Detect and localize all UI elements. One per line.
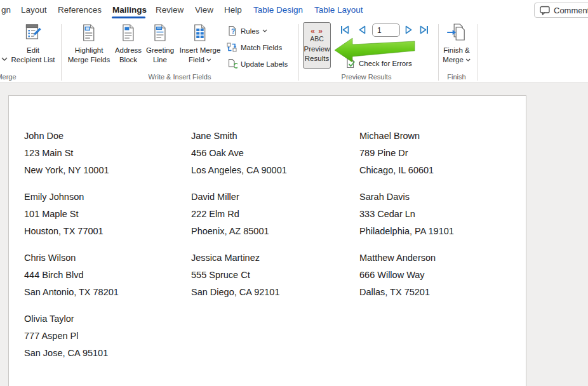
preview-results-label-line1: Preview	[304, 44, 330, 54]
rules-button[interactable]: ? Rules	[227, 25, 267, 36]
previous-record-button[interactable]	[357, 24, 368, 36]
recipient-street: 555 Spruce Ct	[191, 267, 350, 284]
recipient-city: Phoenix, AZ 85001	[191, 223, 350, 240]
insert-merge-field-label-line1: Insert Merge	[180, 46, 221, 55]
recipient-name: John Doe	[24, 128, 183, 145]
recipient-street: 123 Main St	[24, 145, 183, 162]
recipient-city: Chicago, IL 60601	[359, 162, 518, 179]
recipient-street: 456 Oak Ave	[191, 145, 350, 162]
recipient-city: New York, NY 10001	[24, 162, 183, 179]
greeting-line-label-line2: Line	[146, 55, 174, 65]
label-cell[interactable]: Jane Smith 456 Oak Ave Los Angeles, CA 9…	[191, 128, 350, 179]
svg-text:?: ?	[231, 28, 235, 35]
tab-table-layout[interactable]: Table Layout	[314, 0, 363, 19]
address-block-button[interactable]: Address Block	[115, 22, 142, 65]
comments-button[interactable]: Comments	[534, 3, 588, 18]
recipient-street: 101 Maple St	[24, 206, 183, 223]
recipient-name: Jane Smith	[191, 128, 350, 145]
greeting-line-button[interactable]: Greeting Line	[146, 22, 174, 65]
comments-label: Comments	[554, 6, 588, 15]
rules-icon: ?	[227, 25, 237, 36]
insert-merge-field-label-line2: Field	[189, 55, 204, 65]
insert-merge-field-button[interactable]: Insert Merge Field	[180, 22, 221, 65]
group-divider	[438, 24, 439, 81]
label-cell[interactable]: Matthew Anderson 666 Willow Way Dallas, …	[359, 250, 518, 301]
recipient-name: Michael Brown	[359, 128, 518, 145]
highlight-merge-fields-button[interactable]: Highlight Merge Fields	[68, 22, 110, 65]
label-cell[interactable]: Michael Brown 789 Pine Dr Chicago, IL 60…	[359, 128, 518, 179]
label-cell[interactable]: Chris Wilson 444 Birch Blvd San Antonio,…	[24, 250, 183, 301]
check-for-errors-button[interactable]: Check for Errors	[345, 58, 412, 69]
chevron-down-icon[interactable]	[1, 57, 8, 61]
edit-recipient-list-label-line2: Recipient List	[11, 55, 55, 65]
group-label-preview-results: Preview Results	[342, 73, 392, 81]
word-window: gn Layout References Mailings Review Vie…	[0, 0, 588, 386]
preview-results-chevrons-icon: « »	[311, 28, 323, 35]
recipient-street: 777 Aspen Pl	[24, 328, 183, 345]
recipient-street: 333 Cedar Ln	[359, 206, 518, 223]
group-label-finish: Finish	[447, 73, 465, 81]
recipient-city: Los Angeles, CA 90001	[191, 162, 350, 179]
recipient-city: Dallas, TX 75201	[359, 284, 518, 301]
finish-and-merge-icon	[446, 22, 467, 44]
match-fields-icon	[226, 42, 237, 53]
first-record-button[interactable]	[340, 24, 351, 36]
label-cell[interactable]: Emily Johnson 101 Maple St Houston, TX 7…	[24, 189, 183, 240]
recipient-name: Emily Johnson	[24, 189, 183, 206]
highlight-merge-fields-icon	[80, 22, 98, 44]
match-fields-label: Match Fields	[241, 44, 282, 51]
edit-recipient-list-label-line1: Edit	[11, 46, 55, 55]
label-cell[interactable]: Sarah Davis 333 Cedar Ln Philadelphia, P…	[359, 189, 518, 240]
group-divider	[298, 24, 299, 81]
label-cell[interactable]: John Doe 123 Main St New York, NY 10001	[24, 128, 183, 179]
record-number-input[interactable]	[372, 23, 400, 37]
tab-table-design[interactable]: Table Design	[253, 0, 303, 19]
tab-view[interactable]: View	[195, 0, 213, 19]
recipient-street: 222 Elm Rd	[191, 206, 350, 223]
match-fields-button[interactable]: Match Fields	[226, 42, 282, 53]
active-tab-underline	[112, 17, 145, 18]
recipient-city: Houston, TX 77001	[24, 223, 183, 240]
rules-label: Rules	[241, 27, 259, 35]
tab-layout[interactable]: Layout	[21, 0, 47, 19]
address-block-icon	[119, 22, 137, 44]
recipient-street: 789 Pine Dr	[359, 145, 518, 162]
recipient-name: Olivia Taylor	[24, 310, 183, 328]
recipient-name: Jessica Martinez	[191, 250, 350, 267]
edit-recipient-list-button[interactable]: Edit Recipient List	[11, 22, 55, 65]
preview-results-abc-label: ABC	[310, 35, 324, 43]
recipient-street: 444 Birch Blvd	[24, 267, 183, 284]
label-cell[interactable]: David Miller 222 Elm Rd Phoenix, AZ 8500…	[191, 189, 350, 240]
tab-design-cut[interactable]: gn	[1, 0, 11, 19]
tab-help[interactable]: Help	[224, 0, 242, 19]
last-record-button[interactable]	[418, 24, 429, 36]
finish-and-merge-label-line2: Merge	[443, 55, 464, 65]
insert-merge-field-icon	[191, 22, 209, 44]
check-for-errors-label: Check for Errors	[359, 60, 412, 67]
highlight-merge-fields-label-line1: Highlight	[68, 46, 110, 55]
chevron-down-icon	[262, 29, 267, 32]
greeting-line-icon	[151, 22, 169, 44]
preview-results-label-line2: Results	[305, 54, 329, 63]
recipient-list-icon	[23, 22, 43, 44]
ribbon: Edit Recipient List Merge Highlight Me	[0, 19, 588, 83]
label-cell[interactable]: Jessica Martinez 555 Spruce Ct San Diego…	[191, 250, 350, 301]
document-canvas: John Doe 123 Main St New York, NY 10001 …	[0, 83, 588, 386]
comment-bubble-icon	[540, 6, 550, 15]
recipient-city: Philadelphia, PA 19101	[359, 223, 518, 240]
preview-results-toggle-button[interactable]: « » ABC Preview Results	[303, 22, 331, 69]
next-record-button[interactable]	[403, 24, 414, 36]
address-block-label-line2: Block	[115, 55, 142, 65]
menu-bar: gn Layout References Mailings Review Vie…	[0, 0, 588, 19]
update-labels-button[interactable]: Update Labels	[227, 58, 288, 69]
recipient-city: San Jose, CA 95101	[24, 345, 183, 362]
finish-and-merge-button[interactable]: Finish & Merge	[443, 22, 471, 65]
tab-references[interactable]: References	[58, 0, 102, 19]
label-cell[interactable]: Olivia Taylor 777 Aspen Pl San Jose, CA …	[24, 310, 183, 362]
chevron-down-icon	[465, 58, 471, 62]
update-labels-icon	[227, 58, 237, 69]
recipient-street: 666 Willow Way	[359, 267, 518, 284]
find-recipient-button[interactable]: Find Recipient	[345, 43, 405, 53]
tab-review[interactable]: Review	[156, 0, 184, 19]
document-page[interactable]: John Doe 123 Main St New York, NY 10001 …	[8, 95, 526, 386]
